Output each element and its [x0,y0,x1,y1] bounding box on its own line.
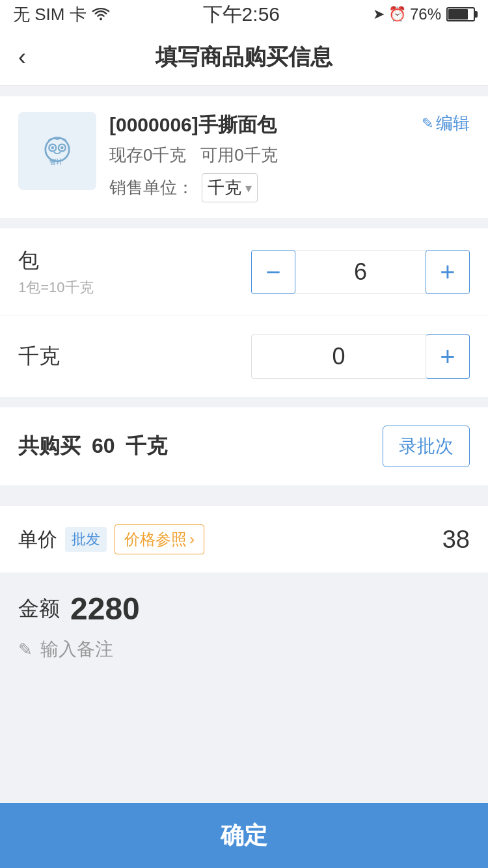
price-label: 单价 [18,526,57,553]
location-icon: ➤ [373,6,385,23]
product-info: [0000006]手撕面包 ✎ 编辑 现存0千克 可用0千克 销售单位： 千克 … [109,112,470,202]
page-title: 填写商品购买信息 [156,42,332,72]
status-right-icons: ➤ ⏰ 76% [373,5,475,23]
confirm-button[interactable]: 确定 [0,803,488,868]
total-unit: 千克 [126,434,167,457]
svg-point-0 [100,18,102,21]
qianke-controls: + [135,334,470,379]
amount-value: 2280 [70,591,140,627]
battery-percent: 76% [410,5,441,23]
bao-minus-button[interactable]: − [251,250,295,294]
edit-button[interactable]: ✎ 编辑 [422,112,470,135]
svg-text:智计: 智计 [49,158,63,165]
alarm-icon: ⏰ [388,6,406,23]
remark-icon: ✎ [18,640,33,660]
total-section: 共购买 60 千克 录批次 [0,407,488,485]
product-unit-row: 销售单位： 千克 ▾ [109,173,470,202]
bao-controls: − + [135,250,470,294]
unit-dropdown[interactable]: 千克 ▾ [202,173,258,202]
total-value: 60 [92,434,115,457]
dropdown-arrow-icon: ▾ [245,180,252,196]
price-left: 单价 批发 价格参照 › [18,524,204,554]
unit-value: 千克 [208,176,241,199]
back-button[interactable]: ‹ [18,44,26,71]
batch-button[interactable]: 录批次 [383,426,470,467]
wifi-icon [92,7,110,21]
amount-label: 金额 [18,595,60,623]
total-text: 共购买 60 千克 [18,432,167,461]
price-ref-label: 价格参照 [124,529,187,550]
bao-section: 包 1包=10千克 − + [0,228,488,316]
nav-bar: ‹ 填写商品购买信息 [0,29,488,86]
product-stock: 现存0千克 可用0千克 [109,144,470,167]
carrier-text: 无 SIM 卡 [13,3,87,26]
svg-point-5 [61,146,64,150]
bao-label: 包 [18,247,135,275]
qianke-label: 千克 [18,342,135,371]
edit-icon: ✎ [422,115,433,132]
price-tag: 批发 [65,527,107,552]
product-name: [0000006]手撕面包 [109,112,422,139]
price-ref-arrow-icon: › [189,530,195,549]
battery-icon [446,7,475,21]
amount-section: 金额 2280 ✎ 输入备注 [0,573,488,680]
bao-quantity-input[interactable] [295,250,426,294]
bao-sub-label: 1包=10千克 [18,278,135,297]
bao-plus-button[interactable]: + [426,250,470,294]
qianke-plus-button[interactable]: + [426,334,470,379]
status-time: 下午2:56 [203,1,280,28]
available-text: 可用0千克 [200,145,277,165]
svg-point-4 [51,146,54,150]
product-image: 智计 [18,112,96,190]
remark-placeholder: 输入备注 [40,637,113,662]
status-carrier: 无 SIM 卡 [13,3,110,26]
price-section: 单价 批发 价格参照 › 38 [0,506,488,573]
bao-row: 包 1包=10千克 − + [18,228,470,316]
amount-row: 金额 2280 [18,591,470,627]
price-ref-button[interactable]: 价格参照 › [115,524,204,554]
divider-3 [0,485,488,496]
qianke-label-container: 千克 [18,342,135,371]
bao-label-container: 包 1包=10千克 [18,247,135,297]
qianke-section: 千克 + [0,316,488,397]
stock-text: 现存0千克 [109,145,186,165]
qianke-row: 千克 + [18,316,470,397]
edit-label: 编辑 [436,112,470,135]
status-bar: 无 SIM 卡 下午2:56 ➤ ⏰ 76% [0,0,488,29]
product-card: 智计 [0000006]手撕面包 ✎ 编辑 现存0千克 可用0千克 销售单位： … [0,96,488,218]
product-logo: 智计 [34,135,80,167]
unit-label: 销售单位： [109,176,194,199]
divider-1 [0,218,488,228]
price-row: 单价 批发 价格参照 › 38 [18,524,470,554]
remark-row[interactable]: ✎ 输入备注 [18,637,470,662]
qianke-quantity-input[interactable] [251,334,426,379]
price-value: 38 [442,526,470,554]
total-label: 共购买 [18,434,81,457]
